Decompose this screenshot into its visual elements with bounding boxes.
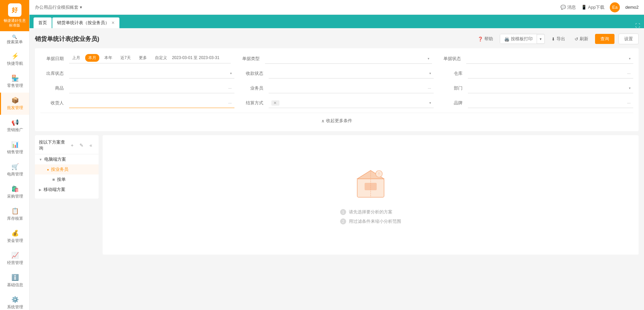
app-download-icon: 📱 [581,5,587,10]
svg-rect-3 [365,183,377,190]
date-btn-custom[interactable]: 自定义 [152,54,170,62]
tree-child-by-order[interactable]: ≡ 按单 [35,174,99,185]
edit-scheme-btn[interactable]: ✎ [78,142,85,149]
empty-state: ! 1 请先选择要分析的方案 2 用过滤条件来缩小分析范围 [103,135,639,255]
print-dropdown-btn[interactable]: ▾ [537,35,544,43]
date-btn-last-month[interactable]: 上月 [69,54,83,62]
operation-label: 经营管理 [7,260,23,266]
step-1-text: 请先选择要分析的方案 [349,209,392,215]
date-btn-more[interactable]: 更多 [136,54,150,62]
sidebar-item-operation[interactable]: 📈 经营管理 [0,248,29,270]
inventory-icon: 📋 [11,207,19,215]
user-avatar[interactable]: Ea [610,2,620,12]
sidebar-item-wholesale[interactable]: 📦 批发管理 [0,93,29,115]
doc-type-label: 单据类型 [236,56,260,62]
settings-btn[interactable]: 设置 [619,34,639,44]
refresh-btn[interactable]: ↺ 刷新 [572,35,591,43]
date-btn-7days[interactable]: 近7天 [117,54,134,62]
user-initial: Ea [612,5,618,10]
quick-nav-label: 快捷导航 [7,61,23,66]
dept-control[interactable]: ▾ [468,83,633,93]
sidebar-item-finance[interactable]: 💰 资金管理 [0,225,29,248]
add-scheme-btn[interactable]: + [68,142,76,149]
collapse-panel-btn[interactable]: « [87,142,95,149]
logo-text: 畅捷通好生意 标准版 [4,18,26,28]
search-icon: 🔍 [12,35,17,39]
receiver-control[interactable]: ··· [69,98,234,108]
sidebar-item-sales[interactable]: 📊 销售管理 [0,137,29,159]
payment-status-control[interactable]: ▾ [269,68,434,79]
ecommerce-label: 电商管理 [7,171,23,177]
tab-sales-stat-label: 销货单统计表（按业务员） [57,20,109,26]
goods-control[interactable]: ··· [69,83,234,93]
main-area: 办公用品行业模拟账套 ▾ 💬 消息 📱 App下载 Ea demo2 首页 销货… [30,0,644,310]
doc-status-arrow-icon: ▾ [629,57,631,60]
out-status-control[interactable]: ▾ [69,68,234,79]
sidebar-item-marketing[interactable]: 📢 营销推广 [0,115,29,137]
wholesale-icon: 📦 [11,97,19,104]
export-btn[interactable]: ⬇ 导出 [549,35,568,43]
topbar-title: 办公用品行业模拟账套 [35,4,78,10]
message-btn[interactable]: 💬 消息 [560,4,576,10]
filter-row-1: 单据日期 上月 本月 本年 近7天 更多 自定义 2023-03-01 至 20… [40,54,633,64]
topbar-title-dropdown[interactable]: 办公用品行业模拟账套 ▾ [35,4,82,10]
tree-node-desktop[interactable]: ▼ 电脑端方案 [35,154,99,164]
tab-home[interactable]: 首页 [34,17,52,28]
tab-sales-stat[interactable]: 销货单统计表（按业务员） ✕ [52,17,119,28]
date-btn-this-year[interactable]: 本年 [101,54,115,62]
goods-more-icon: ··· [228,86,232,91]
marketing-icon: 📢 [11,119,19,126]
date-range-text: 2023-03-01 至 2023-03-31 [172,55,219,61]
search-menu[interactable]: 🔍 搜索菜单 [0,31,29,48]
staff-control[interactable]: ··· [269,83,434,93]
collapse-btn[interactable]: ∧ 收起更多条件 [40,116,633,126]
print-btn[interactable]: 🖨️ 按模板打印 [500,34,537,44]
sidebar-item-system[interactable]: ⚙️ 系统管理 [0,292,29,310]
tab-close-icon[interactable]: ✕ [111,20,115,25]
step-2-num: 2 [340,218,346,224]
payment-status-arrow-icon: ▾ [429,71,431,75]
brand-control[interactable]: ··· [468,98,633,108]
print-btn-group: 🖨️ 按模板打印 ▾ [500,34,545,44]
warehouse-control[interactable]: ··· [468,68,633,79]
app-download-btn[interactable]: 📱 App下载 [581,4,604,10]
sidebar-item-ecommerce[interactable]: 🛒 电商管理 [0,159,29,181]
empty-step-1: 1 请先选择要分析的方案 [340,209,401,215]
sidebar-item-retail[interactable]: 🏪 零售管理 [0,70,29,93]
user-name[interactable]: demo2 [625,5,639,10]
logo[interactable]: 好 畅捷通好生意 标准版 [0,0,29,31]
purchase-icon: 🛍️ [11,185,19,193]
sidebar-item-basic[interactable]: ℹ️ 基础信息 [0,270,29,292]
app-download-label: App下载 [588,4,604,10]
by-order-label: 按单 [57,176,66,183]
settlement-control[interactable]: ✕ ▾ [269,98,434,108]
tree-child-by-staff[interactable]: ● 按业务员 [35,164,99,174]
settlement-label: 结算方式 [240,100,263,106]
doc-type-control[interactable]: ▾ [265,54,432,64]
date-btn-this-month[interactable]: 本月 [85,54,99,62]
help-btn[interactable]: ❓ 帮助 [475,35,496,43]
brand-more-icon: ··· [627,101,631,105]
system-icon: ⚙️ [11,296,19,303]
date-filter-group: 上月 本月 本年 近7天 更多 自定义 2023-03-01 至 2023-03… [69,54,231,62]
help-label: 帮助 [484,36,493,42]
sidebar-item-inventory[interactable]: 📋 库存核算 [0,203,29,225]
sidebar-item-purchase[interactable]: 🛍️ 采购管理 [0,181,29,203]
retail-icon: 🏪 [11,74,19,82]
settlement-clear-btn[interactable]: ✕ [273,101,277,105]
system-label: 系统管理 [7,304,23,310]
active-node-icon: ● [47,168,49,171]
logo-icon: 好 [8,3,21,17]
query-btn[interactable]: 查询 [595,34,614,44]
out-status-label: 出库状态 [40,70,64,76]
tab-maximize-icon[interactable]: ⛶ [635,23,640,28]
doc-status-control[interactable]: ▾ [466,54,633,64]
payment-status-label: 收款状态 [240,70,263,76]
dept-label: 部门 [439,85,463,91]
date-label: 单据日期 [40,56,64,62]
quick-nav-icon: ⚡ [11,52,19,60]
tree-node-mobile[interactable]: ▶ 移动端方案 [35,185,99,195]
warehouse-more-icon: ··· [627,71,631,76]
expand-icon: ▼ [39,158,42,161]
sidebar-item-quick-nav[interactable]: ⚡ 快捷导航 [0,48,29,70]
